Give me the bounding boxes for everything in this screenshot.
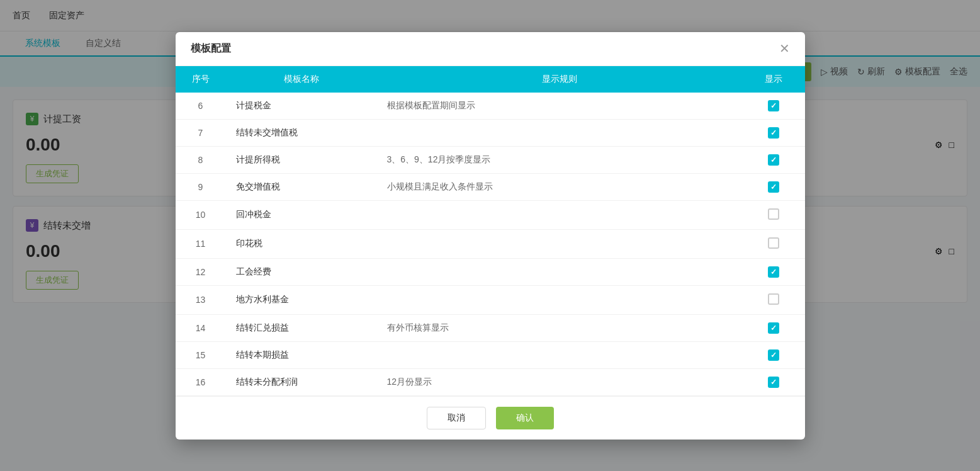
cell-seq: 13 [176, 285, 226, 314]
cell-name: 计提所得税 [226, 146, 377, 173]
cell-seq: 8 [176, 146, 226, 173]
cell-checkbox [742, 200, 805, 229]
cell-checkbox [742, 119, 805, 146]
table-header-row: 序号 模板名称 显示规则 显示 [176, 66, 805, 93]
cell-name: 结转本期损益 [226, 341, 377, 368]
table-row: 14结转汇兑损益有外币核算显示 [176, 314, 805, 341]
dialog-header: 模板配置 ✕ [176, 32, 805, 66]
table-row: 10回冲税金 [176, 200, 805, 229]
cell-seq: 11 [176, 229, 226, 258]
cell-rule [377, 285, 742, 314]
cell-seq: 6 [176, 93, 226, 120]
cell-seq: 16 [176, 368, 226, 395]
cell-rule: 12月份显示 [377, 368, 742, 395]
cell-checkbox [742, 341, 805, 368]
cell-seq: 15 [176, 341, 226, 368]
config-table: 序号 模板名称 显示规则 显示 6计提税金根据模板配置期间显示7结转未交增值税8… [176, 66, 805, 396]
confirm-button[interactable]: 确认 [496, 407, 554, 429]
cell-name: 计提税金 [226, 93, 377, 120]
checkbox-7[interactable] [768, 127, 779, 139]
cell-checkbox [742, 285, 805, 314]
cell-checkbox [742, 368, 805, 395]
cell-name: 结转未交增值税 [226, 119, 377, 146]
cell-name: 印花税 [226, 229, 377, 258]
checkbox-9[interactable] [768, 181, 779, 193]
checkbox-16[interactable] [768, 377, 779, 388]
checkbox-6[interactable] [768, 100, 779, 111]
dialog-close-button[interactable]: ✕ [779, 42, 790, 55]
table-row: 15结转本期损益 [176, 341, 805, 368]
modal-overlay: 模板配置 ✕ 序号 模板名称 显示规则 显示 6计提税金根据模板配置期间显示7结… [0, 0, 980, 471]
cell-name: 结转未分配利润 [226, 368, 377, 395]
col-name: 模板名称 [226, 66, 377, 93]
col-rule: 显示规则 [377, 66, 742, 93]
cancel-button[interactable]: 取消 [427, 407, 486, 429]
cell-name: 免交增值税 [226, 173, 377, 200]
dialog-footer: 取消 确认 [176, 396, 805, 440]
table-row: 16结转未分配利润12月份显示 [176, 368, 805, 395]
cell-rule [377, 229, 742, 258]
checkbox-11[interactable] [768, 237, 779, 249]
table-row: 12工会经费 [176, 258, 805, 285]
col-seq: 序号 [176, 66, 226, 93]
cell-rule [377, 119, 742, 146]
table-row: 7结转未交增值税 [176, 119, 805, 146]
dialog-title: 模板配置 [191, 42, 231, 55]
cell-rule: 根据模板配置期间显示 [377, 93, 742, 120]
checkbox-15[interactable] [768, 349, 779, 361]
template-config-dialog: 模板配置 ✕ 序号 模板名称 显示规则 显示 6计提税金根据模板配置期间显示7结… [176, 32, 805, 440]
cell-seq: 9 [176, 173, 226, 200]
checkbox-12[interactable] [768, 266, 779, 278]
table-row: 8计提所得税3、6、9、12月按季度显示 [176, 146, 805, 173]
cell-rule: 有外币核算显示 [377, 314, 742, 341]
cell-rule: 3、6、9、12月按季度显示 [377, 146, 742, 173]
table-row: 6计提税金根据模板配置期间显示 [176, 93, 805, 120]
cell-seq: 10 [176, 200, 226, 229]
cell-checkbox [742, 93, 805, 120]
checkbox-8[interactable] [768, 154, 779, 166]
cell-rule [377, 341, 742, 368]
table-row: 9免交增值税小规模且满足收入条件显示 [176, 173, 805, 200]
cell-checkbox [742, 146, 805, 173]
cell-seq: 7 [176, 119, 226, 146]
table-row: 13地方水利基金 [176, 285, 805, 314]
cell-checkbox [742, 314, 805, 341]
cell-rule: 小规模且满足收入条件显示 [377, 173, 742, 200]
dialog-body: 序号 模板名称 显示规则 显示 6计提税金根据模板配置期间显示7结转未交增值税8… [176, 66, 805, 396]
col-display: 显示 [742, 66, 805, 93]
cell-seq: 12 [176, 258, 226, 285]
cell-name: 结转汇兑损益 [226, 314, 377, 341]
checkbox-14[interactable] [768, 322, 779, 334]
table-row: 11印花税 [176, 229, 805, 258]
cell-name: 回冲税金 [226, 200, 377, 229]
cell-checkbox [742, 173, 805, 200]
cell-name: 地方水利基金 [226, 285, 377, 314]
cell-checkbox [742, 258, 805, 285]
cell-checkbox [742, 229, 805, 258]
cell-name: 工会经费 [226, 258, 377, 285]
cell-rule [377, 258, 742, 285]
checkbox-10[interactable] [768, 208, 779, 220]
cell-seq: 14 [176, 314, 226, 341]
cell-rule [377, 200, 742, 229]
checkbox-13[interactable] [768, 293, 779, 305]
